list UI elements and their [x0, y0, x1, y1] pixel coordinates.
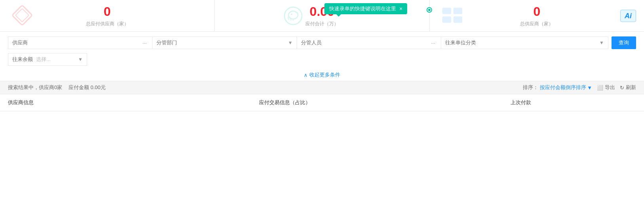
dept-filter[interactable]: 分管部门 ▼ — [152, 36, 296, 49]
export-button[interactable]: ⬜ 导出 — [597, 84, 615, 91]
dept-arrow-icon: ▼ — [288, 40, 293, 46]
table-header: 供应商信息 应付交易信息（占比） 上次付款 — [0, 94, 644, 111]
ai-badge[interactable]: Ai — [620, 10, 636, 22]
stat-total-payable-suppliers: 0 总应付供应商（家） — [0, 0, 215, 31]
export-icon: ⬜ — [597, 85, 603, 91]
result-actions: 排序： 按应付会额倒序排序 ▼ ⬜ 导出 ↻ 刷新 — [523, 84, 636, 91]
diamond-icon — [12, 5, 32, 27]
supplier-dots[interactable]: ··· — [141, 40, 149, 46]
tooltip-text: 快速录单的快捷键说明在这里 — [329, 5, 396, 12]
person-filter[interactable]: 分管人员 ··· — [297, 36, 441, 49]
result-bar: 搜索结果中，供应商0家 应付金额 0.00元 排序： 按应付会额倒序排序 ▼ ⬜… — [0, 81, 644, 94]
sort-dropdown[interactable]: 按应付会额倒序排序 ▼ — [540, 84, 592, 91]
query-button[interactable]: 查询 — [612, 36, 636, 49]
svg-rect-6 — [453, 8, 462, 14]
unit-class-filter[interactable]: 往来单位分类 ▼ — [441, 36, 608, 49]
svg-point-2 — [284, 7, 302, 25]
tooltip-close-btn[interactable]: × — [399, 6, 402, 11]
col-header-lastpay: 上次付款 — [511, 99, 636, 106]
table-body — [0, 111, 644, 204]
sort-control: 排序： 按应付会额倒序排序 ▼ — [523, 84, 592, 91]
piggy-icon — [282, 5, 304, 28]
sort-arrow-icon: ▼ — [587, 85, 592, 91]
dept-input[interactable] — [180, 40, 288, 46]
balance-placeholder: 选择... — [36, 56, 78, 63]
person-label: 分管人员 — [301, 39, 322, 46]
svg-rect-5 — [442, 8, 451, 14]
svg-point-4 — [291, 13, 292, 15]
stat-payable-total: 快速录单的快捷键说明在这里 × 0.00 应付合计（万） — [215, 0, 429, 31]
col-header-transaction: 应付交易信息（占比） — [259, 99, 510, 106]
collapse-label: 收起更多条件 — [309, 71, 340, 78]
total-suppliers-label: 总供应商（家） — [520, 21, 553, 27]
balance-arrow-icon: ▼ — [78, 57, 83, 62]
result-supplier-count: 搜索结果中，供应商0家 — [8, 84, 62, 90]
svg-rect-8 — [453, 16, 462, 23]
total-suppliers-value: 0 — [533, 4, 540, 19]
person-dots[interactable]: ··· — [429, 40, 437, 46]
refresh-label: 刷新 — [626, 84, 636, 91]
person-input[interactable] — [325, 40, 430, 46]
stats-bar: 0 总应付供应商（家） 快速录单的快捷键说明在这里 × 0.00 应付合计（万） — [0, 0, 644, 32]
sort-label: 排序： — [523, 84, 538, 91]
balance-label: 往来余额 — [12, 56, 33, 63]
export-label: 导出 — [605, 84, 615, 91]
unit-class-input[interactable] — [479, 40, 599, 46]
filter-area: 供应商 ··· 分管部门 ▼ 分管人员 ··· 往来单位分类 ▼ 查询 往来余额… — [0, 32, 644, 81]
sort-value: 按应付会额倒序排序 — [540, 84, 586, 91]
refresh-button[interactable]: ↻ 刷新 — [620, 84, 636, 91]
unit-class-label: 往来单位分类 — [445, 39, 476, 46]
supplier-filter[interactable]: 供应商 ··· — [8, 36, 152, 49]
col-header-supplier: 供应商信息 — [8, 99, 259, 106]
total-payable-value: 0 — [104, 4, 111, 19]
filter-row-2: 往来余额 选择... ▼ — [8, 53, 636, 66]
supplier-input[interactable] — [31, 40, 141, 46]
dept-label: 分管部门 — [156, 39, 177, 46]
collapse-button[interactable]: ∧ 收起更多条件 — [8, 69, 636, 81]
grid-icon — [442, 7, 463, 25]
collapse-up-icon: ∧ — [304, 72, 308, 78]
supplier-label: 供应商 — [12, 39, 28, 46]
payable-total-label: 应付合计（万） — [305, 21, 339, 27]
filter-row-1: 供应商 ··· 分管部门 ▼ 分管人员 ··· 往来单位分类 ▼ 查询 — [8, 36, 636, 49]
total-payable-label: 总应付供应商（家） — [86, 21, 129, 27]
svg-rect-7 — [442, 16, 451, 23]
svg-rect-0 — [12, 5, 32, 25]
result-summary: 搜索结果中，供应商0家 应付金额 0.00元 — [8, 84, 106, 91]
result-amount: 应付金额 0.00元 — [69, 84, 106, 90]
tooltip-bubble: 快速录单的快捷键说明在这里 × — [324, 3, 407, 14]
stat-total-suppliers: 0 总供应商（家） Ai — [430, 0, 644, 31]
refresh-icon: ↻ — [620, 85, 624, 91]
balance-filter[interactable]: 往来余额 选择... ▼ — [8, 53, 87, 66]
unit-class-arrow-icon: ▼ — [599, 40, 604, 46]
